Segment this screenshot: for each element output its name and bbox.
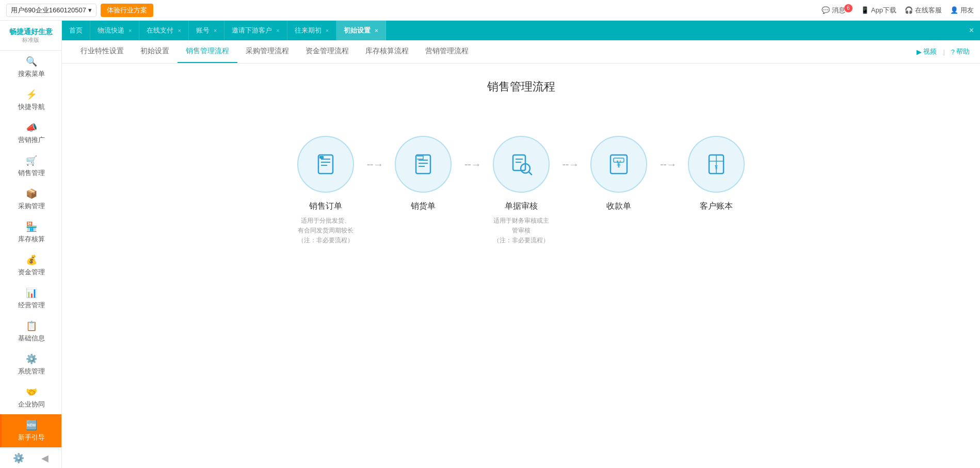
flow-step-title-customer-ledger: 客户账本 <box>700 201 733 212</box>
flow-circle-customer-ledger[interactable]: ¥ <box>688 136 745 193</box>
sidebar-item-label: 基础信息 <box>18 334 45 343</box>
sidebar-item-finance[interactable]: 💰资金管理 <box>0 249 61 282</box>
sidebar-item-marketing-promo[interactable]: 📣营销推广 <box>0 117 61 150</box>
flow-circle-audit[interactable] <box>493 136 550 193</box>
sidebar-item-label: 库存核算 <box>18 235 45 244</box>
sidebar-menu: 🔍搜索菜单⚡快捷导航📣营销推广🛒销售管理📦采购管理🏪库存核算💰资金管理📊经营管理… <box>0 51 61 448</box>
sidebar-item-system[interactable]: ⚙️系统管理 <box>0 348 61 381</box>
close-tab-icon[interactable]: × <box>214 27 217 34</box>
sidebar-item-label: 新手引导 <box>18 433 45 442</box>
nav-tab-label: 邀请下游客户 <box>232 26 272 35</box>
purchase-icon: 📦 <box>26 188 37 199</box>
sidebar-item-operation[interactable]: 📊经营管理 <box>0 282 61 315</box>
nav-tab-init[interactable]: 初始设置× <box>336 21 385 40</box>
sidebar-item-inventory[interactable]: 🏪库存核算 <box>0 216 61 249</box>
app-download-item[interactable]: 📱 App下载 <box>861 6 896 15</box>
nav-tab-home[interactable]: 首页 <box>62 21 90 40</box>
page-content: 销售管理流程 销售订单适用于分批发货、有合同发货周期较长（注：非必要流程）- -… <box>62 64 980 272</box>
flow-diagram: 销售订单适用于分批发货、有合同发货周期较长（注：非必要流程）- - →销货单- … <box>83 126 959 256</box>
flow-step-title-sales-order: 销售订单 <box>309 201 342 212</box>
help-label: 帮助 <box>956 47 970 56</box>
close-tab-icon[interactable]: × <box>375 27 378 34</box>
service-label: 在线客服 <box>915 6 942 15</box>
help-link[interactable]: ? 帮助 <box>951 47 970 56</box>
sub-tab-capital-flow[interactable]: 资金管理流程 <box>297 40 357 63</box>
nav-tab-label: 往来期初 <box>295 26 322 35</box>
sidebar-item-corp-coop[interactable]: 🤝企业协同 <box>0 381 61 414</box>
logo-sub: 标准版 <box>22 36 39 44</box>
sidebar-item-label: 搜索菜单 <box>18 69 45 79</box>
flow-circle-receipt[interactable]: ¥ <box>590 136 647 193</box>
app-label: App下载 <box>871 6 896 15</box>
sidebar-bottom: ⚙️ ◀ <box>0 448 61 468</box>
headset-icon: 🎧 <box>905 6 913 14</box>
sidebar-item-search[interactable]: 🔍搜索菜单 <box>0 51 61 84</box>
close-tab-icon[interactable]: × <box>128 27 132 34</box>
user-avatar-item[interactable]: 👤 用友 <box>950 6 974 15</box>
sales-icon: 🛒 <box>26 155 37 166</box>
service-item[interactable]: 🎧 在线客服 <box>905 6 942 15</box>
close-tab-icon[interactable]: × <box>326 27 329 34</box>
top-bar-left: 用户690企业1660120507 ▾ 体验行业方案 <box>6 4 153 17</box>
sub-tab-sales-flow[interactable]: 销售管理流程 <box>178 40 237 63</box>
sidebar-item-shortcut[interactable]: ⚡快捷导航 <box>0 84 61 117</box>
sidebar: 畅捷通好生意 标准版 🔍搜索菜单⚡快捷导航📣营销推广🛒销售管理📦采购管理🏪库存核… <box>0 21 62 468</box>
sidebar-item-label: 系统管理 <box>18 367 45 376</box>
flow-step-sales-order: 销售订单适用于分批发货、有合同发货周期较长（注：非必要流程） <box>279 136 372 246</box>
video-link[interactable]: ▶ 视频 <box>917 47 937 56</box>
video-icon: ▶ <box>917 48 922 56</box>
sidebar-item-guide[interactable]: 🆕新手引导 <box>0 414 61 447</box>
user-selector[interactable]: 用户690企业1660120507 ▾ <box>6 4 97 17</box>
nav-tab-invite[interactable]: 邀请下游客户× <box>224 21 287 40</box>
svg-rect-4 <box>319 156 324 159</box>
logo-title: 畅捷通好生意 <box>9 27 53 36</box>
flow-circle-sales-invoice[interactable] <box>395 136 452 193</box>
basic-icon: 📋 <box>26 320 37 332</box>
svg-line-11 <box>528 172 532 175</box>
nav-tab-history[interactable]: 往来期初× <box>287 21 336 40</box>
nav-tab-label: 在线支付 <box>147 26 173 35</box>
nav-tab-label: 账号 <box>196 26 210 35</box>
user-name: 用友 <box>960 6 974 15</box>
sub-tab-industry[interactable]: 行业特性设置 <box>72 40 132 63</box>
sidebar-item-purchase[interactable]: 📦采购管理 <box>0 183 61 216</box>
flow-step-receipt: ¥收款单 <box>572 136 665 216</box>
nav-tab-payment[interactable]: 在线支付× <box>139 21 188 40</box>
corp-coop-icon: 🤝 <box>26 386 37 398</box>
message-badge: 6 <box>844 4 853 12</box>
sub-tab-purchase-flow[interactable]: 采购管理流程 <box>237 40 297 63</box>
finance-icon: 💰 <box>26 254 37 266</box>
sidebar-item-sales[interactable]: 🛒销售管理 <box>0 150 61 183</box>
settings-bottom-icon[interactable]: ⚙️ <box>13 453 24 464</box>
close-all-tabs[interactable]: × <box>963 26 980 35</box>
sidebar-item-label: 采购管理 <box>18 201 45 211</box>
message-label: 消息 <box>832 6 845 15</box>
message-item[interactable]: 💬 消息 6 <box>822 6 853 15</box>
chevron-down-icon: ▾ <box>88 6 92 14</box>
nav-tab-logistics[interactable]: 物流快递× <box>90 21 139 40</box>
close-tab-icon[interactable]: × <box>178 27 181 34</box>
operation-icon: 📊 <box>26 287 37 299</box>
nav-tab-label: 首页 <box>69 26 83 35</box>
flow-step-audit: 单据审核适用于财务审核或主管审核（注：非必要流程） <box>475 136 568 246</box>
message-icon: 💬 <box>822 6 830 14</box>
divider: | <box>943 48 944 56</box>
system-icon: ⚙️ <box>26 353 37 365</box>
nav-tab-account[interactable]: 账号× <box>189 21 224 40</box>
sub-tab-actions: ▶ 视频 | ? 帮助 <box>917 47 970 56</box>
video-label: 视频 <box>923 47 937 56</box>
sub-tab-inventory-flow[interactable]: 库存核算流程 <box>357 40 417 63</box>
sidebar-item-label: 营销推广 <box>18 135 45 145</box>
trial-btn[interactable]: 体验行业方案 <box>101 4 153 17</box>
sub-tab-init[interactable]: 初始设置 <box>132 40 178 63</box>
sidebar-item-basic[interactable]: 📋基础信息 <box>0 315 61 348</box>
top-bar: 用户690企业1660120507 ▾ 体验行业方案 💬 消息 6 📱 App下… <box>0 0 980 21</box>
sub-tab-marketing-flow[interactable]: 营销管理流程 <box>417 40 477 63</box>
collapse-icon[interactable]: ◀ <box>41 453 49 464</box>
sidebar-item-label: 经营管理 <box>18 301 45 310</box>
marketing-promo-icon: 📣 <box>26 122 37 133</box>
close-tab-icon[interactable]: × <box>276 27 279 34</box>
svg-text:¥: ¥ <box>616 159 621 169</box>
flow-circle-sales-order[interactable] <box>297 136 354 193</box>
sidebar-item-label: 快捷导航 <box>18 102 45 112</box>
